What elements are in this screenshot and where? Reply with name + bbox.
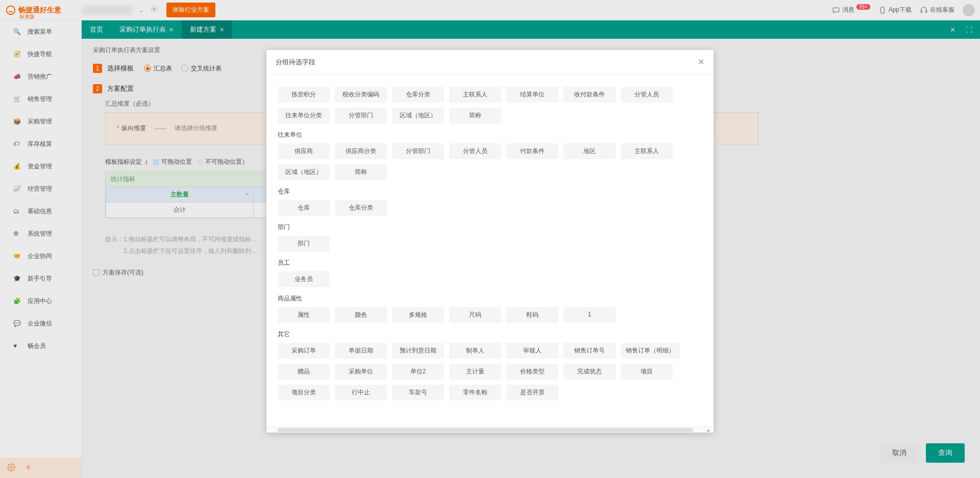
field-chip[interactable]: 采购单位: [335, 364, 387, 380]
field-group-title: 往来单位: [278, 131, 702, 139]
field-chip[interactable]: 颜色: [335, 307, 387, 323]
chip-row: 仓库仓库分类: [278, 200, 702, 216]
field-chip[interactable]: 多规格: [392, 307, 444, 323]
field-chip[interactable]: 单位2: [392, 364, 444, 380]
field-chip[interactable]: 是否开票: [506, 385, 558, 400]
field-chip[interactable]: 简称: [449, 108, 501, 123]
field-group-title: 其它: [278, 330, 702, 339]
field-chip[interactable]: 往来单位分类: [278, 108, 330, 123]
chip-row: 业务员: [278, 271, 702, 287]
modal-title: 分组待选字段: [276, 58, 315, 67]
field-chip[interactable]: 分管部门: [335, 108, 387, 123]
chip-row: 部门: [278, 236, 702, 251]
field-chip[interactable]: 价格类型: [506, 364, 558, 380]
field-chip[interactable]: 预计到货日期: [392, 343, 444, 359]
field-chip[interactable]: 仓库分类: [392, 87, 444, 103]
field-group-title: 商品属性: [278, 294, 702, 303]
field-chip[interactable]: 尺码: [449, 307, 501, 323]
field-chip[interactable]: 车架号: [392, 385, 444, 400]
field-chip[interactable]: 付款条件: [506, 143, 558, 159]
field-group-title: 仓库: [278, 187, 702, 196]
field-chip[interactable]: 完成状态: [564, 364, 616, 380]
field-chip[interactable]: 赠品: [278, 364, 330, 380]
field-picker-modal: 分组待选字段 ✕ 拣货积分税收分类编码仓库分类主联系人结算单位收付款条件分管人员…: [266, 50, 714, 433]
scrollbar-thumb[interactable]: [278, 428, 693, 432]
field-chip[interactable]: 主计量: [449, 364, 501, 380]
chip-row: 属性颜色多规格尺码鞋码1: [278, 307, 702, 323]
field-chip[interactable]: 分管人员: [621, 87, 673, 103]
field-chip[interactable]: 销售订单号: [564, 343, 616, 359]
field-chip[interactable]: 单据日期: [335, 343, 387, 359]
field-chip[interactable]: 部门: [278, 236, 330, 251]
field-chip[interactable]: 制单人: [449, 343, 501, 359]
modal-h-scrollbar[interactable]: ▸: [266, 426, 714, 433]
field-group-1: 往来单位供应商供应商分类分管部门分管人员付款条件地区主联系人区域（地区）简称: [278, 131, 702, 180]
field-chip[interactable]: 属性: [278, 307, 330, 323]
field-chip[interactable]: 税收分类编码: [335, 87, 387, 103]
field-chip[interactable]: 项目: [621, 364, 673, 380]
field-chip[interactable]: 收付款条件: [564, 87, 616, 103]
field-chip[interactable]: 行中止: [335, 385, 387, 400]
field-chip[interactable]: 地区: [564, 143, 616, 159]
field-chip[interactable]: 项目分类: [278, 385, 330, 400]
scroll-right-icon[interactable]: ▸: [705, 427, 712, 433]
field-chip[interactable]: 区域（地区）: [278, 164, 330, 180]
field-group-3: 部门部门: [278, 223, 702, 251]
field-group-title: 员工: [278, 259, 702, 267]
chip-row: 供应商供应商分类分管部门分管人员付款条件地区主联系人区域（地区）简称: [278, 143, 702, 180]
field-chip[interactable]: 区域（地区）: [392, 108, 444, 123]
chip-row: 采购订单单据日期预计到货日期制单人审核人销售订单号销售订单（明细）赠品采购单位单…: [278, 343, 702, 400]
field-chip[interactable]: 供应商分类: [335, 143, 387, 159]
field-chip[interactable]: 主联系人: [621, 143, 673, 159]
field-group-2: 仓库仓库仓库分类: [278, 187, 702, 216]
field-chip[interactable]: 仓库分类: [335, 200, 387, 216]
field-chip[interactable]: 销售订单（明细）: [621, 343, 680, 359]
field-chip[interactable]: 采购订单: [278, 343, 330, 359]
chip-row: 拣货积分税收分类编码仓库分类主联系人结算单位收付款条件分管人员往来单位分类分管部…: [278, 87, 702, 123]
field-chip[interactable]: 主联系人: [449, 87, 501, 103]
field-chip[interactable]: 审核人: [506, 343, 558, 359]
field-chip[interactable]: 结算单位: [506, 87, 558, 103]
field-group-5: 商品属性属性颜色多规格尺码鞋码1: [278, 294, 702, 323]
field-group-title: 部门: [278, 223, 702, 232]
modal-header: 分组待选字段 ✕: [266, 50, 714, 74]
field-group-4: 员工业务员: [278, 259, 702, 287]
close-icon[interactable]: ✕: [698, 57, 704, 67]
field-chip[interactable]: 1: [564, 307, 616, 323]
field-chip[interactable]: 鞋码: [506, 307, 558, 323]
field-chip[interactable]: 分管部门: [392, 143, 444, 159]
field-group-0: 拣货积分税收分类编码仓库分类主联系人结算单位收付款条件分管人员往来单位分类分管部…: [278, 87, 702, 123]
field-chip[interactable]: 分管人员: [449, 143, 501, 159]
field-group-6: 其它采购订单单据日期预计到货日期制单人审核人销售订单号销售订单（明细）赠品采购单…: [278, 330, 702, 400]
field-chip[interactable]: 仓库: [278, 200, 330, 216]
field-chip[interactable]: 简称: [335, 164, 387, 180]
field-chip[interactable]: 零件名称: [449, 385, 501, 400]
field-chip[interactable]: 业务员: [278, 271, 330, 287]
field-chip[interactable]: 供应商: [278, 143, 330, 159]
field-chip[interactable]: 拣货积分: [278, 87, 330, 103]
modal-body[interactable]: 拣货积分税收分类编码仓库分类主联系人结算单位收付款条件分管人员往来单位分类分管部…: [266, 74, 714, 426]
